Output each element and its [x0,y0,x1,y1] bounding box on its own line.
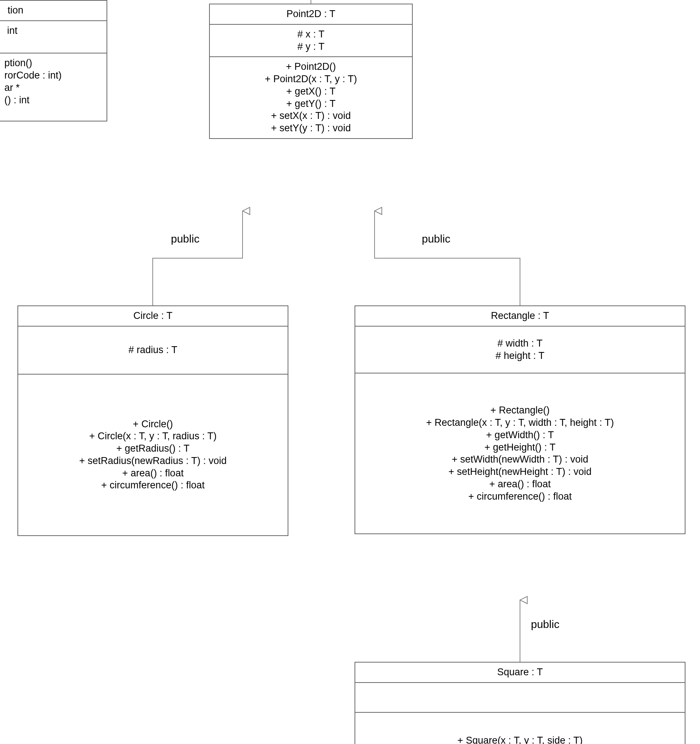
class-square: Square : T + Square(x : T, y : T, side :… [354,662,685,744]
class-exception-methods: ption() rorCode : int) ar * () : int [0,54,107,121]
class-rectangle-attrs: # width : T # height : T [355,327,685,374]
class-exception: tion int ption() rorCode : int) ar * () … [0,0,107,122]
class-point2d-methods: + Point2D() + Point2D(x : T, y : T) + ge… [210,57,412,138]
class-square-methods: + Square(x : T, y : T, side : T) [355,713,685,744]
class-circle-methods: + Circle() + Circle(x : T, y : T, radius… [18,375,287,536]
class-rectangle-methods: + Rectangle() + Rectangle(x : T, y : T, … [355,373,685,533]
class-circle: Circle : T # radius : T + Circle() + Cir… [18,305,288,536]
class-point2d-attrs: # x : T # y : T [210,25,412,58]
inheritance-label-square: public [531,618,559,631]
class-exception-title: tion [0,1,107,21]
class-rectangle: Rectangle : T # width : T # height : T +… [354,305,685,534]
inheritance-label-rectangle: public [422,233,450,245]
class-circle-attrs: # radius : T [18,327,287,375]
inheritance-label-circle: public [171,233,199,245]
class-square-title: Square : T [355,662,685,683]
class-rectangle-title: Rectangle : T [355,306,685,327]
class-exception-attrs: int [0,21,107,54]
class-circle-title: Circle : T [18,306,287,327]
uml-canvas: tion int ption() rorCode : int) ar * () … [0,0,700,744]
class-point2d-title: Point2D : T [210,4,412,25]
class-square-attrs [355,683,685,713]
class-point2d: Point2D : T # x : T # y : T + Point2D() … [209,4,413,139]
